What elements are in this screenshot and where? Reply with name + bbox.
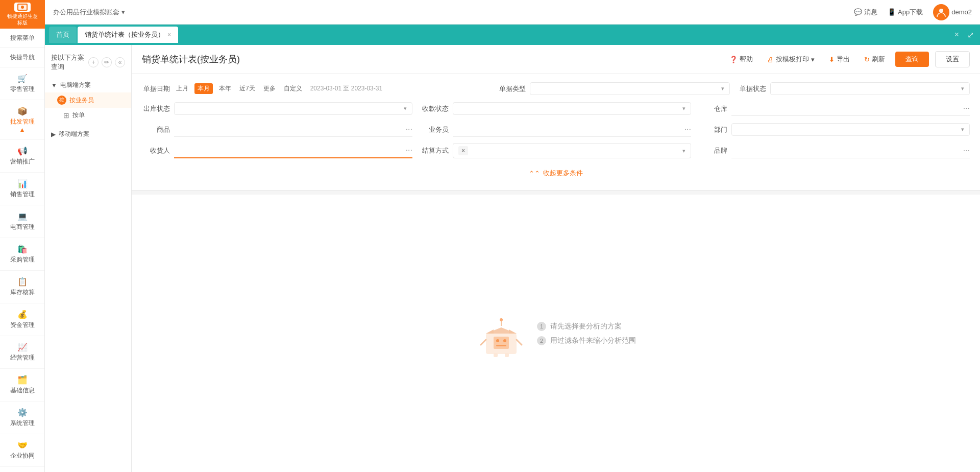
filter-row-1: 单据日期 上月 本月 本年 近7天 更多 自定义 2023-03-01 至 20…: [142, 82, 970, 95]
sidebar-search[interactable]: 搜索菜单: [0, 29, 44, 48]
consignee-input[interactable]: ···: [174, 143, 412, 158]
messages-button[interactable]: 💬 消息: [854, 8, 877, 17]
date-tab-custom[interactable]: 自定义: [282, 83, 304, 94]
industry-selector[interactable]: 办公用品行业模拟账套 ▾: [53, 8, 125, 17]
tab-close-button[interactable]: ×: [167, 32, 171, 38]
scheme-by-salesman[interactable]: 按 按业务员: [45, 92, 131, 108]
department-select[interactable]: ▾: [731, 123, 970, 136]
sales-stat-tab-label: 销货单统计表（按业务员）: [85, 30, 164, 39]
logo-icon: [14, 3, 31, 12]
retail-icon: 🛒: [17, 74, 28, 83]
svg-point-2: [21, 6, 24, 9]
corp-icon: 🤝: [17, 440, 28, 450]
filter-area: 单据日期 上月 本月 本年 近7天 更多 自定义 2023-03-01 至 20…: [132, 74, 980, 191]
stock-status-select[interactable]: ▾: [174, 102, 412, 115]
doc-type-select[interactable]: ▾: [530, 82, 729, 95]
refresh-button[interactable]: ↻ 刷新: [860, 53, 889, 66]
collapse-panel-button[interactable]: «: [115, 57, 125, 67]
department-control: ▾: [731, 123, 970, 136]
mobile-scheme-group: ▶ 移动端方案: [45, 125, 131, 144]
scheme-by-order[interactable]: ⊞ 按单: [45, 108, 131, 123]
tab-home[interactable]: 首页: [49, 27, 77, 43]
sidebar-item-wholesale[interactable]: 📦 批发管理 ▲: [0, 100, 44, 140]
print-icon: 🖨: [767, 56, 774, 63]
doc-status-filter-item: 单据状态 ▾: [738, 82, 970, 95]
doc-status-label: 单据状态: [738, 84, 766, 93]
help-button[interactable]: ❓ 帮助: [725, 53, 757, 66]
sidebar-item-finance[interactable]: 💰 资金管理: [0, 303, 44, 336]
add-scheme-button[interactable]: +: [88, 57, 99, 67]
date-tab-more[interactable]: 更多: [261, 83, 278, 94]
sidebar-item-inventory[interactable]: 📋 库存核算: [0, 271, 44, 303]
page-title: 销货单统计表(按业务员): [142, 53, 240, 65]
export-button[interactable]: ⬇ 导出: [825, 53, 854, 66]
tab-maximize-button[interactable]: ⤢: [965, 28, 976, 42]
sidebar-item-marketing[interactable]: 📢 营销推广: [0, 140, 44, 173]
date-control: 上月 本月 本年 近7天 更多 自定义 2023-03-01 至 2023-03…: [174, 83, 489, 94]
app-name: 畅捷通好生意: [7, 13, 38, 19]
mobile-scheme-parent[interactable]: ▶ 移动端方案: [45, 127, 131, 141]
brand-input[interactable]: ···: [731, 144, 970, 158]
sidebar-item-sales[interactable]: 📊 销售管理: [0, 173, 44, 205]
sidebar-item-corp[interactable]: 🤝 企业协同: [0, 434, 44, 467]
tip-num-2: 2: [537, 336, 546, 345]
sidebar-item-label: 经营管理: [10, 353, 35, 362]
salesman-input[interactable]: ···: [453, 122, 691, 137]
sidebar-item-label: 零售管理: [10, 85, 35, 93]
query-button[interactable]: 查询: [895, 52, 929, 67]
desktop-scheme-parent[interactable]: ▼ 电脑端方案: [45, 78, 131, 92]
sidebar-item-retail[interactable]: 🛒 零售管理: [0, 67, 44, 100]
left-panel-title: 按以下方案查询: [51, 53, 88, 72]
payment-status-filter-item: 收款状态 ▾: [421, 102, 691, 115]
empty-state-content: 1 请先选择要分析的方案 2 用过滤条件来缩小分析范围: [476, 308, 636, 359]
warehouse-dots-icon: ···: [963, 104, 970, 113]
payment-status-select[interactable]: ▾: [453, 102, 691, 115]
goods-input[interactable]: ···: [174, 122, 412, 137]
desktop-scheme-group: ▼ 电脑端方案 按 按业务员 ⊞ 按单: [45, 76, 131, 125]
industry-label: 办公用品行业模拟账套: [53, 8, 119, 17]
empty-tip-1: 1 请先选择要分析的方案: [537, 322, 636, 331]
date-range-display: 2023-03-01 至 2023-03-31: [310, 84, 382, 93]
sidebar-item-basic[interactable]: 🗂️ 基础信息: [0, 369, 44, 402]
collapse-filters-button[interactable]: ⌃⌃ 收起更多条件: [142, 164, 970, 182]
mobile-scheme-label: 移动端方案: [59, 130, 89, 138]
print-button[interactable]: 🖨 按模板打印 ▾: [763, 53, 819, 66]
sidebar-item-purchase[interactable]: 🛍️ 采购管理: [0, 238, 44, 271]
doc-status-select[interactable]: ▾: [770, 82, 970, 95]
date-tab-this-month[interactable]: 本月: [194, 83, 213, 94]
svg-line-15: [517, 340, 522, 345]
sidebar-item-label: 系统管理: [10, 419, 35, 428]
sidebar-item-ecom[interactable]: 💻 电商管理: [0, 205, 44, 238]
tab-sales-stat[interactable]: 销货单统计表（按业务员） ×: [78, 27, 178, 43]
settings-button[interactable]: 设置: [935, 51, 970, 67]
sidebar-item-operations[interactable]: 📈 经营管理: [0, 336, 44, 369]
date-tab-last-month[interactable]: 上月: [174, 83, 190, 94]
quick-nav[interactable]: 快捷导航: [0, 48, 44, 67]
warehouse-input[interactable]: ···: [731, 101, 970, 116]
help-label: 帮助: [740, 55, 753, 64]
date-tab-this-year[interactable]: 本年: [217, 83, 233, 94]
warehouse-label: 仓库: [699, 104, 727, 113]
payment-status-label: 收款状态: [421, 104, 449, 113]
date-filter-item: 单据日期 上月 本月 本年 近7天 更多 自定义 2023-03-01 至 20…: [142, 83, 489, 94]
user-profile[interactable]: demo2: [933, 4, 972, 20]
svg-rect-17: [505, 353, 509, 357]
tip-num-1: 1: [537, 322, 546, 331]
tab-close-all-button[interactable]: ×: [952, 28, 961, 42]
refresh-icon: ↻: [864, 56, 870, 63]
export-label: 导出: [837, 55, 850, 64]
sidebar-item-system[interactable]: ⚙️ 系统管理: [0, 402, 44, 434]
goods-dots-icon: ···: [406, 125, 412, 134]
help-icon: ❓: [729, 56, 738, 63]
settlement-select[interactable]: × ▾: [453, 143, 691, 158]
goods-filter-item: 商品 ···: [142, 122, 412, 137]
edit-scheme-button[interactable]: ✏: [102, 57, 112, 67]
settlement-control: × ▾: [453, 143, 691, 158]
settlement-tag-close[interactable]: ×: [461, 147, 465, 154]
department-arrow-icon: ▾: [961, 126, 964, 133]
date-tab-last-7-days[interactable]: 近7天: [237, 83, 257, 94]
search-label[interactable]: 搜索菜单: [4, 34, 40, 42]
app-download-button[interactable]: 📱 App下载: [888, 8, 923, 17]
sidebar-item-new-guide[interactable]: 🎯 新手引导: [0, 467, 44, 472]
salesman-dots-icon: ···: [684, 125, 691, 134]
